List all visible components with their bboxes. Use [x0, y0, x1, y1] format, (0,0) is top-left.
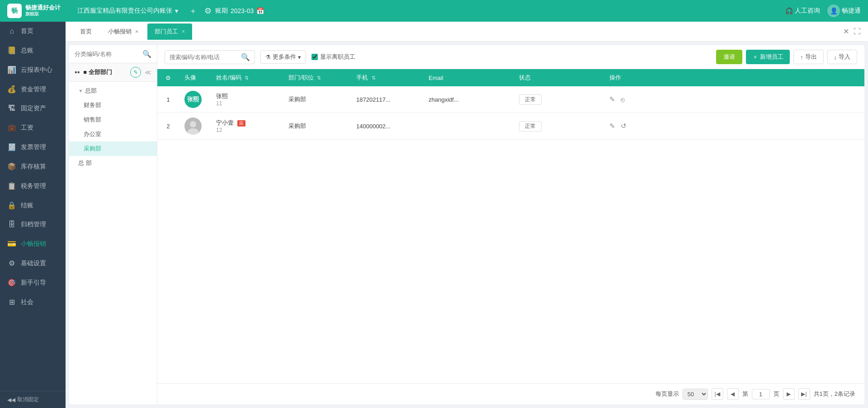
avatar: 张熙 [184, 91, 202, 108]
row-email [423, 113, 514, 140]
row-no: 2 [157, 113, 179, 140]
page-number-input[interactable] [752, 389, 770, 399]
sidebar-item-payroll[interactable]: 💼 工资 [0, 118, 66, 137]
show-resigned-checkbox[interactable] [311, 54, 318, 60]
per-page-select[interactable]: 50 10 20 100 [683, 389, 708, 400]
tab-bar-right: ✕ ⛶ [843, 27, 861, 36]
sidebar-item-settings[interactable]: ⚙ 基础设置 [0, 253, 66, 273]
sidebar-item-tax[interactable]: 📋 税务管理 [0, 176, 66, 196]
sidebar-item-guide[interactable]: 🎯 新手引导 [0, 273, 66, 292]
company-selector[interactable]: 江西服宝精品有限责任公司内账张 ▾ [77, 7, 178, 15]
tab-bar: 首页 小畅报销 × 部门员工 × ✕ ⛶ [66, 22, 868, 42]
page-content: 🔍 ▪▪ ■ 全部部门 ✎ ≪ ▼ 总部 财务部 [69, 45, 864, 404]
invite-button[interactable]: 邀请 [716, 50, 742, 64]
sidebar-item-label: 社会 [21, 298, 33, 306]
logout-icon[interactable]: ⎋ [621, 96, 625, 103]
tab-employees[interactable]: 部门员工 × [147, 23, 192, 40]
table-row: 2 [157, 113, 864, 140]
collapse-dept-icon[interactable]: ≪ [145, 69, 151, 76]
service-button[interactable]: 🎧 人工咨询 [785, 7, 820, 15]
edit-dept-button[interactable]: ✎ [130, 67, 141, 78]
col-settings[interactable]: ⚙ [157, 69, 179, 86]
settings-gear-icon[interactable]: ⚙ [204, 6, 212, 16]
sidebar-item-invoice[interactable]: 🧾 发票管理 [0, 137, 66, 157]
add-employee-button[interactable]: ＋ 新增员工 [746, 50, 790, 64]
page-di-label: 第 [742, 390, 748, 398]
sidebar-item-label: 发票管理 [21, 143, 46, 151]
import-label: 导入 [839, 53, 850, 61]
dept-node-general-root[interactable]: ▼ 总部 [69, 84, 157, 98]
dept-node-purchase[interactable]: 采购部 [69, 141, 157, 156]
employee-search-input[interactable] [170, 54, 238, 61]
tab-expense[interactable]: 小畅报销 × [101, 23, 146, 40]
row-name-cell: 宁小壹 应 12 [211, 113, 283, 140]
employee-name: 宁小壹 应 [216, 119, 278, 127]
dept-node-label: 销售部 [84, 116, 101, 124]
sidebar-item-reports[interactable]: 📊 云报表中心 [0, 60, 66, 80]
edit-icon[interactable]: ✎ [609, 122, 615, 130]
dept-value: 采购部 [288, 122, 306, 129]
dept-node-label: 总 部 [78, 159, 92, 167]
import-button[interactable]: ↓ 导入 [827, 50, 858, 64]
row-actions: ✎ ⎋ [604, 86, 864, 113]
sidebar-item-home[interactable]: ⌂ 首页 [0, 22, 66, 41]
all-dept-label[interactable]: ■ 全部部门 [83, 68, 127, 76]
arrow-down-icon: ▼ [78, 88, 83, 94]
main-layout: ⌂ 首页 📒 总账 📊 云报表中心 💰 资金管理 🏗 固定资产 💼 工资 [0, 22, 868, 408]
dept-search-input[interactable] [75, 51, 140, 57]
sidebar-item-expense[interactable]: 💳 小畅报销 [0, 234, 66, 253]
service-label: 人工咨询 [795, 7, 820, 15]
search-icon[interactable]: 🔍 [241, 53, 250, 61]
more-filter-button[interactable]: ⚗ 更多条件 ▾ [260, 50, 306, 64]
pin-icon: ◀◀ [7, 397, 15, 403]
per-page-label: 每页显示 [656, 390, 679, 398]
tab-employees-close[interactable]: × [182, 28, 185, 35]
tab-home[interactable]: 首页 [73, 23, 99, 40]
refresh-icon[interactable]: ↺ [621, 122, 627, 130]
add-icon[interactable]: ＋ [189, 5, 197, 16]
prev-page-button[interactable]: ◀ [727, 388, 739, 400]
sidebar-item-ledger[interactable]: 📒 总账 [0, 41, 66, 60]
table-toolbar: 🔍 ⚗ 更多条件 ▾ 显示离职员工 邀请 ＋ [157, 45, 864, 69]
sidebar-item-archive[interactable]: 🗄 归档管理 [0, 215, 66, 234]
row-dept: 采购部 [283, 86, 351, 113]
maximize-icon[interactable]: ⛶ [854, 28, 861, 36]
tab-expense-close[interactable]: × [135, 28, 138, 35]
sidebar-item-assets[interactable]: 🏗 固定资产 [0, 99, 66, 118]
close-window-icon[interactable]: ✕ [843, 27, 849, 36]
sidebar-item-label: 库存核算 [21, 163, 46, 171]
dept-node-sales[interactable]: 销售部 [69, 113, 157, 127]
dept-node-finance[interactable]: 财务部 [69, 98, 157, 113]
dept-search-icon[interactable]: 🔍 [142, 50, 151, 58]
cancel-pin-button[interactable]: ◀◀ 取消固定 [0, 391, 66, 408]
last-page-button[interactable]: ▶| [798, 388, 810, 400]
sidebar-item-label: 小畅报销 [21, 240, 46, 248]
close-period-icon: 🔒 [7, 201, 16, 210]
first-page-button[interactable]: |◀ [712, 388, 723, 400]
sidebar-item-social[interactable]: ⊞ 社会 [0, 292, 66, 312]
col-dept[interactable]: 部门/职位 ⇅ [283, 69, 351, 86]
sort-dept-icon: ⇅ [317, 75, 321, 80]
sidebar-item-label: 云报表中心 [21, 66, 52, 74]
export-button[interactable]: ↑ 导出 [793, 50, 824, 64]
col-phone[interactable]: 手机 ⇅ [351, 69, 423, 86]
row-status: 正常 [514, 113, 604, 140]
dept-node-general[interactable]: 总 部 [69, 156, 157, 170]
edit-icon[interactable]: ✎ [609, 95, 615, 103]
dept-node-office[interactable]: 办公室 [69, 127, 157, 141]
sidebar-item-funds[interactable]: 💰 资金管理 [0, 80, 66, 99]
dept-tree: ▼ 总部 财务部 销售部 办公室 采购部 [69, 82, 157, 404]
sidebar-item-inventory[interactable]: 📦 库存核算 [0, 157, 66, 176]
col-name[interactable]: 姓名/编码 ⇅ [211, 69, 283, 86]
calendar-icon[interactable]: 📅 [256, 7, 264, 14]
user-avatar-button[interactable]: 👤 畅捷通 [827, 5, 861, 17]
avatar [184, 117, 202, 135]
phone-value: 187202117... [356, 96, 391, 103]
next-page-button[interactable]: ▶ [783, 388, 795, 400]
show-resigned-checkbox-label[interactable]: 显示离职员工 [311, 53, 355, 61]
dept-node-label: 财务部 [84, 101, 101, 109]
sidebar-item-label: 首页 [21, 27, 33, 35]
sidebar-item-close[interactable]: 🔒 结账 [0, 196, 66, 215]
cancel-pin-label: 取消固定 [17, 396, 39, 403]
period-value[interactable]: 2023-03 [231, 7, 254, 14]
